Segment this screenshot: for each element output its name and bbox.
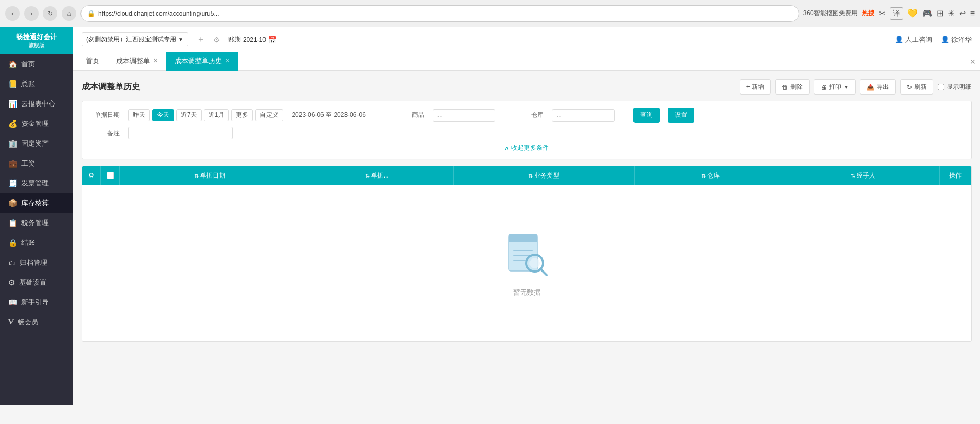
back-button[interactable]: ‹	[5, 6, 20, 21]
today-button[interactable]: 今天	[152, 109, 174, 121]
main-content: (勿删勿禁用）江西服宝测试专用 ▼ ＋ ⚙ 账期 2021-10 📅 👤 人工咨…	[73, 27, 980, 405]
refresh-button[interactable]: ↻ 刷新	[900, 79, 933, 95]
filter-row-remark: 备注	[90, 127, 963, 139]
more-button[interactable]: 更多	[231, 109, 253, 121]
sidebar-label-assets: 固定资产	[21, 139, 49, 148]
sidebar-item-funds[interactable]: 💰 资金管理	[0, 114, 73, 134]
remark-filter-label: 备注	[90, 129, 120, 138]
inventory-icon: 📦	[8, 199, 17, 207]
th-no-label: 单据...	[371, 171, 389, 180]
period-label: 账期	[228, 35, 241, 44]
sidebar-label-close: 结账	[21, 238, 35, 248]
browser-tools: 360智能抠图免费用 热搜 ✂ 译 💛 🎮 ⊞ ☀ ↩ ≡	[803, 7, 975, 20]
sidebar-item-member[interactable]: V 畅会员	[0, 312, 73, 332]
home-button[interactable]: ⌂	[62, 6, 76, 21]
tab-cost-adjust[interactable]: 成本调整单 ✕	[108, 52, 166, 71]
delete-label: 删除	[790, 83, 803, 91]
collapse-button[interactable]: ∧ 收起更多条件	[504, 144, 549, 152]
goods-dropdown[interactable]: ...	[433, 109, 495, 122]
sidebar-item-invoice[interactable]: 🧾 发票管理	[0, 173, 73, 193]
sidebar-item-tax[interactable]: 📋 税务管理	[0, 213, 73, 233]
th-warehouse-label: 仓库	[707, 171, 720, 180]
svg-point-6	[529, 258, 540, 268]
translate-icon[interactable]: 译	[890, 7, 903, 20]
company-selector[interactable]: (勿删勿禁用）江西服宝测试专用 ▼	[82, 32, 188, 46]
history-icon[interactable]: ↩	[959, 8, 966, 18]
th-type-sort-icon: ⇅	[528, 173, 533, 179]
page-actions: + 新增 🗑 删除 🖨 打印 ▼ 📤 导出 ↻	[740, 79, 972, 95]
export-icon: 📤	[867, 84, 874, 91]
sidebar-item-home[interactable]: 🏠 首页	[0, 54, 73, 74]
user-avatar-icon: 👤	[941, 36, 949, 43]
tab-cost-adjust-history-label: 成本调整单历史	[175, 56, 222, 66]
sidebar-label-inventory: 库存核算	[21, 198, 49, 208]
th-warehouse[interactable]: ⇅ 仓库	[635, 166, 787, 185]
warehouse-dots: ...	[557, 112, 562, 119]
select-all-checkbox[interactable]	[107, 172, 114, 179]
user-info[interactable]: 👤 徐泽华	[941, 35, 972, 44]
sidebar-item-assets[interactable]: 🏢 固定资产	[0, 134, 73, 154]
show-cols-input[interactable]	[938, 84, 944, 90]
th-operator[interactable]: ⇅ 经手人	[787, 166, 940, 185]
game-icon[interactable]: 🎮	[922, 8, 932, 18]
sidebar-item-salary[interactable]: 💼 工资	[0, 154, 73, 173]
delete-button[interactable]: 🗑 删除	[775, 79, 810, 95]
th-type[interactable]: ⇅ 业务类型	[454, 166, 635, 185]
tab-cost-adjust-history[interactable]: 成本调整单历史 ✕	[166, 52, 238, 71]
custom-button[interactable]: 自定义	[255, 109, 283, 121]
sidebar-item-guide[interactable]: 📖 新手引导	[0, 292, 73, 312]
print-dropdown-icon: ▼	[844, 84, 849, 90]
goods-filter-label: 商品	[395, 111, 424, 120]
query-button[interactable]: 查询	[633, 108, 660, 123]
sidebar-item-inventory[interactable]: 📦 库存核算	[0, 193, 73, 213]
settings-icon: ⚙	[8, 278, 15, 287]
menu-icon[interactable]: ≡	[970, 9, 975, 18]
th-operator-label: 经手人	[857, 171, 875, 180]
month1-button[interactable]: 近1月	[204, 109, 229, 121]
url-text: https://cloud.chanjet.com/accounting/uru…	[98, 10, 219, 17]
calendar-icon[interactable]: 📅	[268, 36, 277, 44]
screen-icon[interactable]: ☀	[948, 8, 955, 18]
week7-button[interactable]: 近7天	[176, 109, 202, 121]
grid-icon[interactable]: ⊞	[937, 8, 943, 18]
sidebar-item-ledger[interactable]: 📒 总账	[0, 74, 73, 94]
tab-close-area: ✕	[970, 57, 976, 66]
forward-button[interactable]: ›	[24, 6, 39, 21]
scissors-icon[interactable]: ✂	[879, 8, 885, 18]
company-dropdown-icon: ▼	[178, 37, 183, 42]
wallet-icon[interactable]: 💛	[907, 8, 918, 18]
filter-settings-button[interactable]: 设置	[668, 108, 694, 123]
th-check[interactable]	[101, 166, 120, 185]
goods-dots: ...	[437, 112, 443, 119]
settings-gear-icon[interactable]: ⚙	[213, 36, 220, 44]
window-close-button[interactable]: ✕	[970, 57, 976, 66]
sidebar-item-reports[interactable]: 📊 云报表中心	[0, 94, 73, 114]
th-date[interactable]: ⇅ 单据日期	[120, 166, 301, 185]
sidebar-item-archive[interactable]: 🗂 归档管理	[0, 253, 73, 273]
tab-cost-adjust-history-close[interactable]: ✕	[225, 57, 230, 64]
show-cols-checkbox[interactable]: 显示明细	[938, 83, 972, 91]
sidebar-item-settings[interactable]: ⚙ 基础设置	[0, 273, 73, 292]
refresh-label: 刷新	[914, 83, 927, 91]
yesterday-button[interactable]: 昨天	[128, 109, 150, 121]
tab-home[interactable]: 首页	[77, 52, 108, 71]
content-area: 成本调整单历史 + 新增 🗑 删除 🖨 打印 ▼ 📤 导出	[73, 71, 980, 405]
top-bar-right: 👤 人工咨询 👤 徐泽华	[895, 35, 972, 44]
refresh-button[interactable]: ↻	[43, 6, 57, 21]
add-company-button[interactable]: ＋	[197, 34, 205, 45]
sidebar-label-settings: 基础设置	[19, 278, 47, 287]
svg-line-7	[540, 269, 547, 275]
th-settings[interactable]: ⚙	[82, 166, 101, 185]
warehouse-dropdown[interactable]: ...	[552, 109, 615, 122]
search-label: 360智能抠图免费用	[803, 9, 858, 18]
new-button[interactable]: + 新增	[740, 79, 771, 95]
service-button[interactable]: 👤 人工咨询	[895, 35, 932, 44]
sidebar-item-close[interactable]: 🔒 结账	[0, 233, 73, 253]
print-button[interactable]: 🖨 打印 ▼	[814, 79, 856, 95]
user-name: 徐泽华	[951, 35, 972, 44]
url-bar[interactable]: 🔒 https://cloud.chanjet.com/accounting/u…	[80, 5, 799, 22]
export-button[interactable]: 📤 导出	[860, 79, 896, 95]
tab-cost-adjust-close[interactable]: ✕	[153, 57, 158, 64]
th-no[interactable]: ⇅ 单据...	[301, 166, 454, 185]
remark-input[interactable]	[128, 127, 233, 139]
